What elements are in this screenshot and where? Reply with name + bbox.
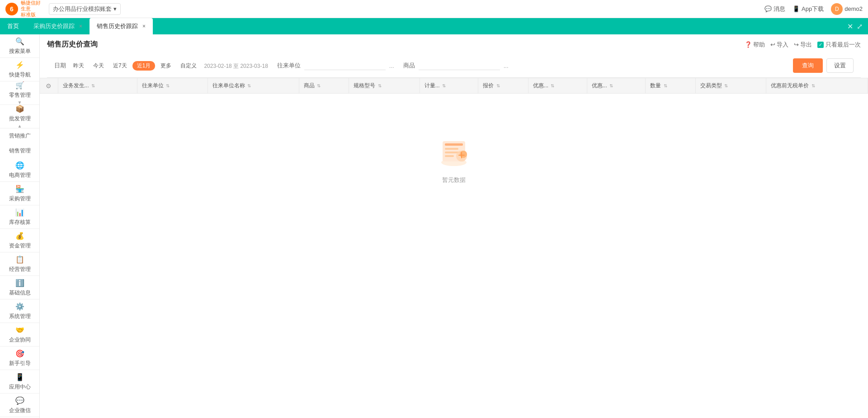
finance-icon: 💰 bbox=[15, 232, 24, 240]
sidebar-item-ecommerce[interactable]: 🌐 电商管理 bbox=[0, 158, 39, 182]
sidebar-item-system[interactable]: ⚙️ 系统管理 bbox=[0, 299, 39, 323]
date-btn-today[interactable]: 今天 bbox=[90, 61, 108, 71]
query-button[interactable]: 查询 bbox=[793, 58, 823, 73]
setting-button[interactable]: 设置 bbox=[826, 58, 854, 73]
empty-text: 暂元数据 bbox=[442, 176, 466, 184]
logo-area: 6 畅捷信好生意 标准版 bbox=[5, 0, 45, 18]
sidebar-item-inventory[interactable]: 📊 库存核算 bbox=[0, 205, 39, 229]
partner-input[interactable] bbox=[304, 61, 386, 70]
sidebar-label-enterprise: 企业协同 bbox=[9, 336, 31, 344]
th-pretax-price[interactable]: 优惠前无税单价 ⇅ bbox=[766, 78, 868, 94]
th-partner-code[interactable]: 往来单位 ⇅ bbox=[137, 78, 208, 94]
export-icon: ↪ bbox=[794, 41, 799, 48]
sidebar-item-wholesale[interactable]: 📦 批发管理 ▲ bbox=[0, 105, 39, 128]
top-bar: 6 畅捷信好生意 标准版 办公用品行业模拟账套 ▾ 💬 消息 📱 App下载 D… bbox=[0, 0, 868, 18]
export-button[interactable]: ↪ 导出 bbox=[794, 41, 812, 49]
app-download-button[interactable]: 📱 App下载 bbox=[793, 5, 824, 13]
goods-label: 商品 bbox=[403, 62, 415, 70]
help-button[interactable]: ❓ 帮助 bbox=[745, 41, 765, 49]
sidebar-item-enterprise[interactable]: 🤝 企业协同 bbox=[0, 323, 39, 347]
sidebar-label-operations: 经营管理 bbox=[9, 266, 31, 273]
help-icon: ❓ bbox=[745, 41, 752, 48]
inventory-icon: 📊 bbox=[15, 208, 24, 217]
goods-input[interactable] bbox=[419, 61, 500, 70]
sort-icon: ⇅ bbox=[91, 83, 95, 88]
import-button[interactable]: ↩ 导入 bbox=[770, 41, 788, 49]
svg-rect-2 bbox=[445, 143, 463, 146]
page-header: 销售历史价查询 ❓ 帮助 ↩ 导入 ↪ 导出 bbox=[40, 34, 868, 78]
app-center-icon: 📱 bbox=[15, 373, 24, 381]
sidebar-label-wechat: 企业微信 bbox=[9, 407, 31, 414]
empty-icon bbox=[434, 130, 474, 171]
svg-rect-5 bbox=[445, 155, 454, 157]
logo-icon: 6 bbox=[5, 3, 18, 15]
sidebar-label-quick-nav: 快捷导航 bbox=[9, 71, 31, 79]
sidebar-label-system: 系统管理 bbox=[9, 313, 31, 320]
sidebar-item-search-menu[interactable]: 🔍 搜索菜单 bbox=[0, 34, 39, 58]
sidebar-item-marketing[interactable]: 营销推广 bbox=[0, 128, 39, 143]
th-spec[interactable]: 规格型号 ⇅ bbox=[349, 78, 420, 94]
checkbox-icon bbox=[817, 42, 824, 48]
basic-info-icon: ℹ️ bbox=[15, 279, 24, 287]
th-business-date[interactable]: 业务发生... ⇅ bbox=[58, 78, 137, 94]
chevron-down-icon: ▾ bbox=[113, 5, 117, 12]
date-btn-more[interactable]: 更多 bbox=[157, 61, 175, 71]
date-filter-group: 日期 昨天 今天 近7天 近1月 更多 自定义 2023-02-18 至 202… bbox=[54, 61, 268, 71]
data-table: ⚙ 业务发生... ⇅ 往来单位 ⇅ 往来单位名称 ⇅ bbox=[40, 78, 868, 220]
th-trade-type[interactable]: 交易类型 ⇅ bbox=[696, 78, 766, 94]
sidebar-item-guide[interactable]: 🎯 新手引导 bbox=[0, 347, 39, 370]
sidebar-label-retail: 零售管理 bbox=[9, 91, 31, 99]
app-selector[interactable]: 办公用品行业模拟账套 ▾ bbox=[49, 3, 121, 15]
th-quote[interactable]: 报价 ⇅ bbox=[478, 78, 528, 94]
page-title-bar: 销售历史价查询 ❓ 帮助 ↩ 导入 ↪ 导出 bbox=[47, 40, 861, 49]
date-btn-7days[interactable]: 近7天 bbox=[109, 61, 131, 71]
sidebar-item-operations[interactable]: 📋 经营管理 bbox=[0, 252, 39, 276]
table-body: 暂元数据 bbox=[40, 94, 868, 221]
th-partner-name[interactable]: 往来单位名称 ⇅ bbox=[208, 78, 299, 94]
sidebar-item-retail[interactable]: 🛒 零售管理 ▼ bbox=[0, 81, 39, 105]
filter-bar: 日期 昨天 今天 近7天 近1月 更多 自定义 2023-02-18 至 202… bbox=[47, 54, 861, 78]
empty-state: 暂元数据 bbox=[40, 94, 868, 220]
sidebar-label-search-menu: 搜索菜单 bbox=[9, 48, 31, 55]
import-icon: ↩ bbox=[770, 41, 775, 48]
tab-sales-close[interactable]: × bbox=[142, 23, 146, 29]
tab-actions: ✕ ⤢ bbox=[847, 22, 868, 31]
sort-icon: ⇅ bbox=[442, 83, 446, 88]
sidebar-label-basic-info: 基础信息 bbox=[9, 289, 31, 297]
sidebar-label-inventory: 库存核算 bbox=[9, 218, 31, 226]
tab-purchase-close[interactable]: × bbox=[79, 23, 82, 29]
th-quantity[interactable]: 数量 ⇅ bbox=[646, 78, 696, 94]
operations-icon: 📋 bbox=[15, 255, 24, 264]
tab-expand-button[interactable]: ⤢ bbox=[857, 22, 863, 31]
date-btn-1month[interactable]: 近1月 bbox=[132, 61, 156, 71]
table-header-row: ⚙ 业务发生... ⇅ 往来单位 ⇅ 往来单位名称 ⇅ bbox=[40, 78, 868, 94]
tab-close-all-button[interactable]: ✕ bbox=[847, 22, 853, 31]
guide-icon: 🎯 bbox=[15, 349, 24, 358]
message-button[interactable]: 💬 消息 bbox=[764, 5, 785, 13]
user-profile[interactable]: D demo2 bbox=[831, 3, 863, 15]
tab-sales-history[interactable]: 销售历史价跟踪 × bbox=[90, 18, 153, 34]
tab-home[interactable]: 首页 bbox=[0, 18, 26, 34]
sidebar-item-wechat[interactable]: 💬 企业微信 bbox=[0, 394, 39, 417]
date-btn-yesterday[interactable]: 昨天 bbox=[70, 61, 88, 71]
th-discount1[interactable]: 优惠... ⇅ bbox=[528, 78, 587, 94]
th-goods[interactable]: 商品 ⇅ bbox=[299, 78, 349, 94]
sidebar-item-sales-mgmt[interactable]: 销售管理 bbox=[0, 143, 39, 158]
sidebar: 🔍 搜索菜单 ⚡ 快捷导航 🛒 零售管理 ▼ 📦 批发管理 ▲ 营销推广 销售管… bbox=[0, 34, 40, 418]
goods-dots: ... bbox=[504, 62, 509, 69]
sidebar-item-app-center[interactable]: 📱 应用中心 bbox=[0, 370, 39, 394]
th-unit[interactable]: 计量... ⇅ bbox=[420, 78, 478, 94]
th-gear[interactable]: ⚙ bbox=[40, 78, 58, 94]
tab-purchase-history[interactable]: 采购历史价跟踪 × bbox=[26, 18, 90, 34]
sidebar-item-quick-nav[interactable]: ⚡ 快捷导航 bbox=[0, 58, 39, 81]
sidebar-item-basic-info[interactable]: ℹ️ 基础信息 bbox=[0, 276, 39, 299]
date-btn-custom[interactable]: 自定义 bbox=[177, 61, 200, 71]
only-last-checkbox[interactable]: 只看最后一次 bbox=[817, 41, 861, 49]
sidebar-item-finance[interactable]: 💰 资金管理 bbox=[0, 229, 39, 252]
sidebar-item-purchase[interactable]: 🏪 采购管理 bbox=[0, 182, 39, 205]
sort-icon: ⇅ bbox=[609, 83, 613, 88]
th-discount2[interactable]: 优惠... ⇅ bbox=[587, 78, 646, 94]
download-icon: 📱 bbox=[793, 5, 800, 12]
page-title: 销售历史价查询 bbox=[47, 40, 98, 49]
date-label: 日期 bbox=[54, 62, 66, 70]
